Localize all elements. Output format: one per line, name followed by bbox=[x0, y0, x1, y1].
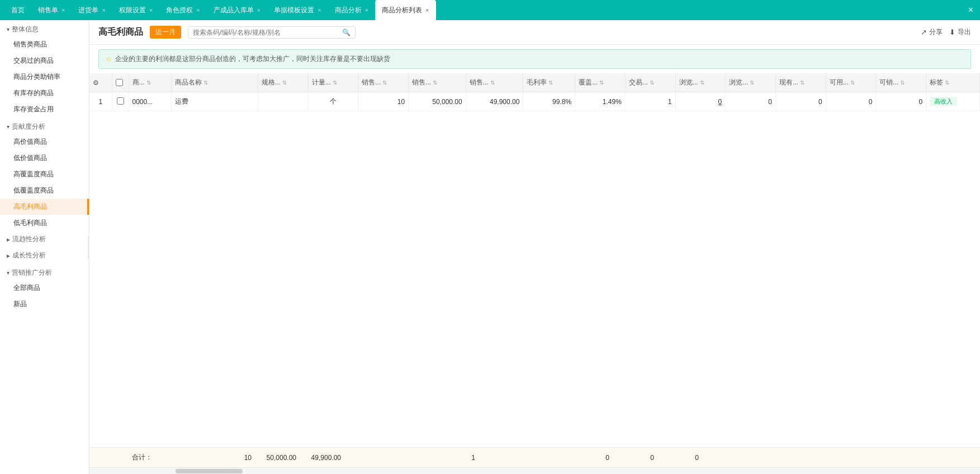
row-browse1[interactable]: 0 bbox=[675, 92, 726, 111]
sidebar-item-inventory-capital[interactable]: 库存资金占用 bbox=[0, 101, 89, 118]
sidebar-item-sales-goods[interactable]: 销售类商品 bbox=[0, 36, 89, 53]
sort-sales-cost-icon: ⇅ bbox=[490, 79, 495, 86]
row-spec bbox=[258, 92, 308, 111]
sidebar-item-high-coverage[interactable]: 高覆盖度商品 bbox=[0, 166, 89, 182]
row-sales-amount: 50,000.00 bbox=[409, 92, 466, 111]
settings-icon[interactable]: ⚙ bbox=[93, 79, 99, 87]
close-analysis-icon[interactable]: × bbox=[365, 7, 368, 13]
search-icon[interactable]: 🔍 bbox=[342, 29, 351, 36]
page-title: 高毛利商品 bbox=[98, 26, 143, 38]
sidebar-collapse-button[interactable]: « bbox=[88, 236, 89, 259]
col-unit[interactable]: 计量... ⇅ bbox=[308, 73, 358, 92]
group-arrow-overall: ▾ bbox=[7, 26, 10, 32]
sidebar-item-low-value[interactable]: 低价值商品 bbox=[0, 150, 89, 166]
col-gross-rate[interactable]: 毛利率 ⇅ bbox=[523, 73, 575, 92]
col-checkbox[interactable] bbox=[112, 73, 129, 92]
share-button[interactable]: ↗ 分享 bbox=[921, 27, 943, 37]
row-sales-qty: 10 bbox=[358, 92, 409, 111]
footer-amount: 50,000.00 bbox=[255, 454, 300, 462]
footer-qty: 10 bbox=[210, 454, 255, 462]
nav-template[interactable]: 单据模板设置 × bbox=[267, 0, 328, 20]
row-unit: 个 bbox=[308, 92, 358, 111]
sort-browse2-icon: ⇅ bbox=[750, 79, 754, 86]
row-available: 0 bbox=[826, 92, 876, 111]
sort-unit-icon: ⇅ bbox=[333, 79, 337, 86]
col-trade[interactable]: 交易... ⇅ bbox=[625, 73, 675, 92]
sidebar-item-low-coverage[interactable]: 低覆盖度商品 bbox=[0, 182, 89, 199]
export-icon: ⬇ bbox=[949, 28, 955, 36]
footer-coverage bbox=[389, 454, 434, 462]
col-code[interactable]: 商... ⇅ bbox=[129, 73, 172, 92]
col-browse2[interactable]: 浏览... ⇅ bbox=[726, 73, 776, 92]
sidebar-item-all-goods[interactable]: 全部商品 bbox=[0, 280, 89, 296]
nav-sales[interactable]: 销售单 × bbox=[31, 0, 72, 20]
row-coverage: 1.49% bbox=[575, 92, 626, 111]
sort-coverage-icon: ⇅ bbox=[599, 79, 604, 86]
scroll-thumb[interactable] bbox=[176, 469, 243, 473]
col-available[interactable]: 可用... ⇅ bbox=[826, 73, 876, 92]
sort-tag-icon: ⇅ bbox=[945, 79, 949, 86]
col-saleable[interactable]: 可销... ⇅ bbox=[876, 73, 926, 92]
row-checkbox[interactable] bbox=[117, 97, 124, 105]
sidebar-item-category-rate[interactable]: 商品分类助销率 bbox=[0, 69, 89, 85]
sidebar-item-low-margin[interactable]: 低毛利商品 bbox=[0, 215, 89, 231]
sidebar-group-growth[interactable]: ▸ 成长性分析 bbox=[0, 247, 89, 264]
nav-analysis[interactable]: 商品分析 × bbox=[328, 0, 375, 20]
sidebar-group-contribution[interactable]: ▾ 贡献度分析 bbox=[0, 118, 89, 134]
col-sales-qty[interactable]: 销售... ⇅ bbox=[358, 73, 409, 92]
col-spec[interactable]: 规格... ⇅ bbox=[258, 73, 308, 92]
table-row: 1 0000... 运费 个 10 50,000.00 49,900.00 99… bbox=[89, 92, 980, 111]
row-checkbox-cell[interactable] bbox=[112, 92, 129, 111]
row-browse2: 0 bbox=[726, 92, 776, 111]
sort-name-icon: ⇅ bbox=[203, 79, 208, 86]
col-browse1[interactable]: 浏览... ⇅ bbox=[675, 73, 726, 92]
sidebar-group-trend[interactable]: ▸ 流趋性分析 bbox=[0, 231, 89, 247]
nav-product-in[interactable]: 产成品入库单 × bbox=[207, 0, 267, 20]
nav-analysis-list[interactable]: 商品分析列表 × bbox=[375, 0, 435, 20]
group-arrow-marketing: ▾ bbox=[7, 270, 10, 276]
sidebar-item-high-margin[interactable]: 高毛利商品 bbox=[0, 199, 89, 215]
col-coverage[interactable]: 覆盖... ⇅ bbox=[575, 73, 626, 92]
search-input[interactable] bbox=[193, 29, 340, 36]
nav-permission[interactable]: 权限设置 × bbox=[112, 0, 159, 20]
sidebar-item-high-value[interactable]: 高价值商品 bbox=[0, 134, 89, 150]
close-purchase-icon[interactable]: × bbox=[102, 7, 105, 13]
close-product-in-icon[interactable]: × bbox=[257, 7, 261, 13]
close-analysis-list-icon[interactable]: × bbox=[425, 7, 429, 13]
select-all-checkbox[interactable] bbox=[116, 79, 123, 86]
nav-home[interactable]: 首页 bbox=[4, 0, 31, 20]
export-button[interactable]: ⬇ 导出 bbox=[949, 27, 971, 37]
nav-role[interactable]: 角色授权 × bbox=[159, 0, 206, 20]
row-saleable: 0 bbox=[876, 92, 926, 111]
col-current[interactable]: 现有... ⇅ bbox=[775, 73, 826, 92]
sidebar-item-stocked-goods[interactable]: 有库存的商品 bbox=[0, 85, 89, 101]
sort-available-icon: ⇅ bbox=[850, 79, 855, 86]
col-sales-amount[interactable]: 销售... ⇅ bbox=[409, 73, 466, 92]
sort-gross-rate-icon: ⇅ bbox=[548, 79, 553, 86]
close-role-icon[interactable]: × bbox=[196, 7, 200, 13]
horizontal-scrollbar[interactable] bbox=[89, 467, 980, 474]
col-tag[interactable]: 标签 ⇅ bbox=[926, 73, 980, 92]
content-header: 高毛利商品 近一月 🔍 ↗ 分享 ⬇ 导出 bbox=[89, 20, 980, 45]
filter-period-button[interactable]: 近一月 bbox=[150, 26, 181, 39]
window-close-button[interactable]: × bbox=[962, 0, 980, 20]
sidebar-group-marketing[interactable]: ▾ 营销推广分析 bbox=[0, 264, 89, 280]
row-num: 1 bbox=[89, 92, 112, 111]
close-permission-icon[interactable]: × bbox=[149, 7, 153, 13]
sidebar-group-overall[interactable]: ▾ 整体信息 bbox=[0, 20, 89, 36]
share-icon: ↗ bbox=[921, 28, 927, 36]
sort-code-icon: ⇅ bbox=[146, 79, 151, 86]
footer-cells: 10 50,000.00 49,900.00 1 0 0 0 bbox=[210, 454, 971, 462]
close-sales-icon[interactable]: × bbox=[61, 7, 65, 13]
col-sales-cost[interactable]: 销售... ⇅ bbox=[466, 73, 523, 92]
close-template-icon[interactable]: × bbox=[318, 7, 321, 13]
col-settings[interactable]: ⚙ bbox=[89, 73, 112, 92]
sidebar-item-traded-goods[interactable]: 交易过的商品 bbox=[0, 53, 89, 69]
nav-purchase[interactable]: 进货单 × bbox=[72, 0, 112, 20]
data-table-wrapper[interactable]: ⚙ 商... ⇅ bbox=[89, 73, 980, 447]
search-bar: 🔍 bbox=[188, 26, 356, 39]
row-current: 0 bbox=[775, 92, 826, 111]
header-actions: ↗ 分享 ⬇ 导出 bbox=[921, 27, 971, 37]
col-name[interactable]: 商品名称 ⇅ bbox=[172, 73, 258, 92]
sidebar-item-new-goods[interactable]: 新品 bbox=[0, 296, 89, 312]
